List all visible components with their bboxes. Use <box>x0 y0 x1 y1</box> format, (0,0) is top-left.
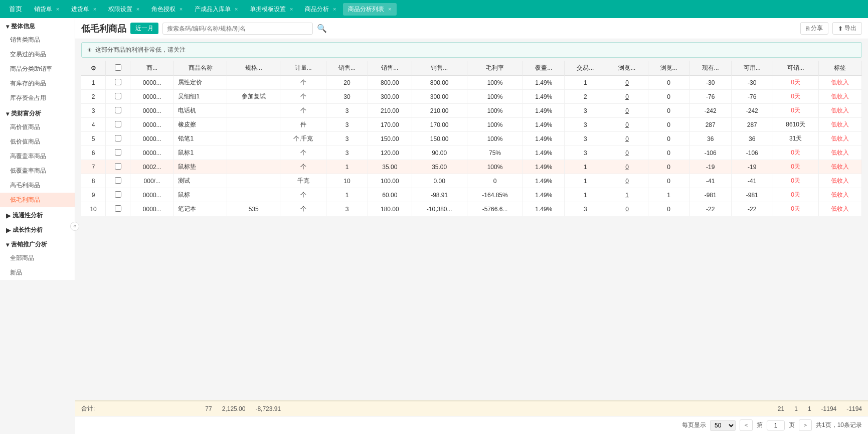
nav-item-purchase[interactable]: 进货单 × <box>66 3 101 16</box>
nav-item-sales[interactable]: 销货单 × <box>29 3 64 16</box>
row-browse2: 0 <box>648 160 689 174</box>
select-all-checkbox[interactable] <box>115 64 121 71</box>
sidebar-group-wealth[interactable]: ▾ 类财富分析 <box>0 105 75 120</box>
per-page-select[interactable]: 50 20 100 <box>710 420 736 431</box>
close-icon[interactable]: × <box>333 6 336 12</box>
nav-item-product-analysis[interactable]: 商品分析 × <box>300 3 341 16</box>
sidebar-item-high-gross[interactable]: 高毛利商品 <box>0 178 75 193</box>
close-icon[interactable]: × <box>93 6 96 12</box>
sidebar-item-all-goods[interactable]: 全部商品 <box>0 251 75 265</box>
row-spec: 535 <box>227 202 280 216</box>
row-checkbox[interactable] <box>106 188 130 202</box>
close-icon[interactable]: × <box>235 6 238 12</box>
row-saleable: 0天 <box>773 174 818 188</box>
sidebar-item-high-coverage[interactable]: 高覆盖率商品 <box>0 149 75 164</box>
row-browse1[interactable]: 0 <box>606 104 648 118</box>
row-browse1[interactable]: 0 <box>606 174 648 188</box>
row-tag: 低收入 <box>818 90 861 104</box>
row-checkbox[interactable] <box>106 174 130 188</box>
nav-item-template[interactable]: 单据模板设置 × <box>245 3 298 16</box>
row-gross-rate: 100% <box>467 160 523 174</box>
nav-item-analysis-list[interactable]: 商品分析列表 × <box>343 3 396 16</box>
row-coverage: 1.49% <box>523 132 565 146</box>
sidebar-collapse-button[interactable]: « <box>70 222 79 231</box>
row-browse1[interactable]: 1 <box>606 188 648 202</box>
next-page-button[interactable]: ＞ <box>799 419 812 431</box>
row-name: 橡皮擦 <box>174 118 227 132</box>
share-button[interactable]: ⎘ 分享 <box>800 22 828 35</box>
row-browse1[interactable]: 0 <box>606 146 648 160</box>
row-spec: 参加复试 <box>227 90 280 104</box>
col-checkbox-all[interactable] <box>106 61 130 76</box>
page-number-input[interactable] <box>767 420 785 430</box>
notice-bar: ☀ 这部分商品的利润非常低，请关注 <box>81 42 862 58</box>
row-sales1: 1 <box>326 188 368 202</box>
row-browse1[interactable]: 0 <box>606 118 648 132</box>
search-input[interactable] <box>162 23 313 35</box>
row-trade: 1 <box>565 160 606 174</box>
row-trade: 3 <box>565 132 606 146</box>
sidebar-item-low-value[interactable]: 低价值商品 <box>0 134 75 149</box>
row-checkbox[interactable] <box>106 146 130 160</box>
sidebar-item-high-value[interactable]: 高价值商品 <box>0 120 75 134</box>
row-coverage: 1.49% <box>523 104 565 118</box>
row-tag: 低收入 <box>818 188 861 202</box>
col-coverage-header: 覆盖... <box>523 61 565 76</box>
sidebar-item-new-goods[interactable]: 新品 <box>0 265 75 280</box>
row-checkbox[interactable] <box>106 118 130 132</box>
sidebar-group-growth[interactable]: ▶ 成长性分析 <box>0 222 75 236</box>
top-nav: 首页 销货单 × 进货单 × 权限设置 × 角色授权 × 产成品入库单 × 单据… <box>0 0 868 18</box>
table-row: 1 0000... 属性定价 个 20 800.00 800.00 100% 1… <box>81 76 862 90</box>
row-available: -242 <box>731 104 773 118</box>
row-browse1[interactable]: 0 <box>606 160 648 174</box>
row-sales1: 10 <box>326 174 368 188</box>
col-settings[interactable]: ⚙ <box>81 61 106 76</box>
export-button[interactable]: ⬆ 导出 <box>832 22 862 35</box>
search-icon-button[interactable]: 🔍 <box>317 24 327 33</box>
row-name: 测试 <box>174 174 227 188</box>
sidebar-item-traded-goods[interactable]: 交易过的商品 <box>0 47 75 62</box>
close-icon[interactable]: × <box>180 6 183 12</box>
row-checkbox[interactable] <box>106 132 130 146</box>
data-table: ⚙ 商... 商品名称 规格... 计量... 销售... 销售... 销售..… <box>81 61 862 216</box>
sidebar-item-in-stock[interactable]: 有库存的商品 <box>0 76 75 91</box>
row-checkbox[interactable] <box>106 104 130 118</box>
close-icon[interactable]: × <box>56 6 59 12</box>
col-code-header[interactable]: 商... <box>130 61 173 76</box>
row-checkbox[interactable] <box>106 90 130 104</box>
period-button[interactable]: 近一月 <box>130 23 158 34</box>
sidebar-group-marketing[interactable]: ▾ 营销推广分析 <box>0 236 75 251</box>
page-header: 低毛利商品 近一月 🔍 ⎘ 分享 ⬆ 导出 <box>75 18 868 39</box>
nav-item-permission[interactable]: 权限设置 × <box>103 3 144 16</box>
row-code: 0000... <box>130 76 173 90</box>
row-browse1[interactable]: 0 <box>606 132 648 146</box>
prev-page-button[interactable]: ＜ <box>740 419 753 431</box>
sidebar-group-flow[interactable]: ▶ 流通性分析 <box>0 207 75 222</box>
row-browse1[interactable]: 0 <box>606 202 648 216</box>
sidebar-group-overall[interactable]: ▾ 整体信息 <box>0 18 75 33</box>
sidebar-item-stock-capital[interactable]: 库存资金占用 <box>0 91 75 105</box>
row-browse1[interactable]: 0 <box>606 76 648 90</box>
close-icon[interactable]: × <box>290 6 293 12</box>
row-name: 笔记本 <box>174 202 227 216</box>
row-checkbox[interactable] <box>106 76 130 90</box>
row-checkbox[interactable] <box>106 202 130 216</box>
close-icon[interactable]: × <box>388 6 391 12</box>
row-code: 000/... <box>130 174 173 188</box>
nav-item-role[interactable]: 角色授权 × <box>146 3 188 16</box>
row-sales1: 3 <box>326 104 368 118</box>
row-sales2: 170.00 <box>368 118 412 132</box>
row-available: 36 <box>731 132 773 146</box>
sidebar-item-sales-goods[interactable]: 销售类商品 <box>0 33 75 47</box>
sidebar-item-low-coverage[interactable]: 低覆盖率商品 <box>0 164 75 178</box>
row-checkbox[interactable] <box>106 160 130 174</box>
sidebar-item-category-rate[interactable]: 商品分类助销率 <box>0 62 75 76</box>
row-browse1[interactable]: 0 <box>606 90 648 104</box>
nav-item-product-entry[interactable]: 产成品入库单 × <box>190 3 243 16</box>
row-current: -22 <box>689 202 731 216</box>
row-saleable: 0天 <box>773 76 818 90</box>
close-icon[interactable]: × <box>136 6 139 12</box>
row-sales2: 100.00 <box>368 174 412 188</box>
nav-item-home[interactable]: 首页 <box>4 3 27 16</box>
sidebar-item-low-gross[interactable]: 低毛利商品 <box>0 193 75 207</box>
